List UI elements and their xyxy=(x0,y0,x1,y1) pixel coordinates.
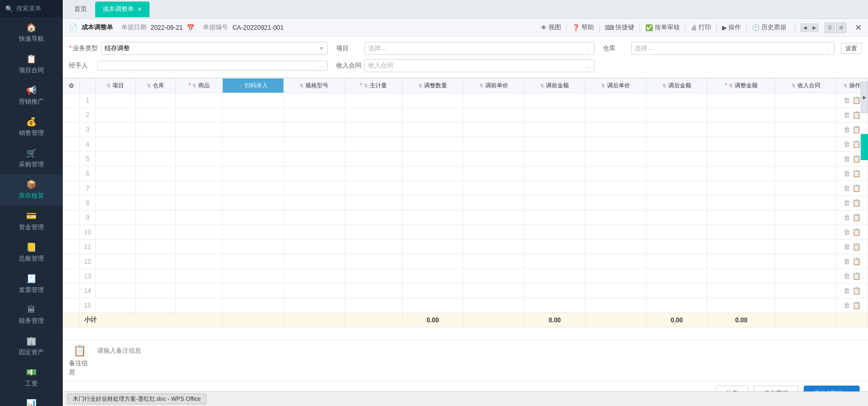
cell-scan-11[interactable] xyxy=(223,240,284,254)
cell-scan-8[interactable] xyxy=(223,196,284,210)
delete-icon-2[interactable]: 🗑 xyxy=(843,111,850,119)
cell-prev-price-3[interactable] xyxy=(463,122,524,137)
delete-icon-15[interactable]: 🗑 xyxy=(843,301,850,309)
cell-goods-4[interactable] xyxy=(176,137,223,152)
cell-warehouse-8[interactable] xyxy=(135,196,176,210)
cell-scan-2[interactable] xyxy=(223,108,284,122)
cell-adj-qty-1[interactable] xyxy=(402,93,463,108)
cell-prev-amount-2[interactable] xyxy=(524,108,586,122)
cell-prev-price-13[interactable] xyxy=(463,269,524,284)
close-window-button[interactable]: ✕ xyxy=(855,22,862,32)
cell-project-8[interactable] xyxy=(96,196,136,210)
cell-warehouse-7[interactable] xyxy=(135,181,176,196)
cell-warehouse-13[interactable] xyxy=(135,269,176,284)
cell-adj-qty-8[interactable] xyxy=(402,196,463,210)
cell-adj-qty-2[interactable] xyxy=(402,108,463,122)
cell-project-5[interactable] xyxy=(96,152,136,166)
cell-goods-1[interactable] xyxy=(176,93,223,108)
cell-project-2[interactable] xyxy=(96,108,136,122)
toolbar-btn-history[interactable]: 🕘历史票据 xyxy=(749,22,790,33)
cell-unit-14[interactable] xyxy=(345,284,402,298)
cell-income-contract-4[interactable] xyxy=(775,137,837,152)
cell-adj-amount-4[interactable] xyxy=(707,137,775,152)
cell-prev-price-15[interactable] xyxy=(463,298,524,313)
cell-prev-amount-8[interactable] xyxy=(524,196,586,210)
delete-icon-8[interactable]: 🗑 xyxy=(843,199,850,207)
cell-after-amount-5[interactable] xyxy=(646,152,707,166)
cell-after-price-11[interactable] xyxy=(585,240,646,254)
toolbar-btn-print[interactable]: 🖨打印 xyxy=(688,22,714,33)
cell-income-contract-7[interactable] xyxy=(775,181,837,196)
cell-adj-amount-12[interactable] xyxy=(707,254,775,269)
sidebar-item-tax-mgmt[interactable]: 🏛税务管理 xyxy=(0,300,63,331)
sidebar-item-sales-promo[interactable]: 📢营销推广 xyxy=(0,80,63,111)
cell-spec-6[interactable] xyxy=(283,166,345,181)
cell-scan-7[interactable] xyxy=(223,181,284,196)
cell-warehouse-1[interactable] xyxy=(135,93,176,108)
cell-prev-amount-13[interactable] xyxy=(524,269,586,284)
cell-adj-amount-7[interactable] xyxy=(707,181,775,196)
cell-goods-12[interactable] xyxy=(176,254,223,269)
cell-goods-14[interactable] xyxy=(176,284,223,298)
cell-income-contract-15[interactable] xyxy=(775,298,837,313)
cell-adj-qty-5[interactable] xyxy=(402,152,463,166)
cell-after-price-12[interactable] xyxy=(585,254,646,269)
cell-after-price-5[interactable] xyxy=(585,152,646,166)
sort-icon-prev-amount[interactable]: ⇅ xyxy=(540,83,544,88)
biz-type-select[interactable]: 结存调整 ▼ xyxy=(101,42,328,55)
sort-icon-adj-qty[interactable]: ⇅ xyxy=(418,83,422,88)
sidebar-item-invoice-mgmt[interactable]: 🧾发票管理 xyxy=(0,268,63,300)
cell-prev-amount-1[interactable] xyxy=(524,93,586,108)
cell-income-contract-12[interactable] xyxy=(775,254,837,269)
cell-prev-amount-14[interactable] xyxy=(524,284,586,298)
cell-prev-price-5[interactable] xyxy=(463,152,524,166)
cell-income-contract-6[interactable] xyxy=(775,166,837,181)
delete-icon-12[interactable]: 🗑 xyxy=(843,257,850,265)
cell-after-amount-6[interactable] xyxy=(646,166,707,181)
cell-spec-3[interactable] xyxy=(283,122,345,137)
toolbar-btn-actions[interactable]: ▶操作 xyxy=(719,22,744,33)
delete-icon-1[interactable]: 🗑 xyxy=(843,96,850,104)
cell-unit-1[interactable] xyxy=(345,93,402,108)
warehouse-input[interactable]: 选择... ... xyxy=(631,42,835,55)
cell-prev-price-6[interactable] xyxy=(463,166,524,181)
copy-icon-13[interactable]: 📋 xyxy=(852,272,861,280)
delete-icon-7[interactable]: 🗑 xyxy=(843,184,850,192)
cell-adj-qty-4[interactable] xyxy=(402,137,463,152)
delete-icon-4[interactable]: 🗑 xyxy=(843,140,850,148)
copy-icon-14[interactable]: 📋 xyxy=(852,287,861,295)
cell-unit-11[interactable] xyxy=(345,240,402,254)
delete-icon-5[interactable]: 🗑 xyxy=(843,155,850,163)
sidebar-item-capital-mgmt[interactable]: 💳资金管理 xyxy=(0,206,63,237)
cell-prev-amount-5[interactable] xyxy=(524,152,586,166)
nav-prev[interactable]: ◀ xyxy=(801,24,809,32)
cell-spec-2[interactable] xyxy=(283,108,345,122)
sidebar-item-ops-mgmt[interactable]: 📊经营管理 xyxy=(0,393,63,406)
sort-icon-unit[interactable]: ⇅ xyxy=(364,83,368,88)
delete-icon-10[interactable]: 🗑 xyxy=(843,228,850,236)
cell-after-price-2[interactable] xyxy=(585,108,646,122)
cell-project-4[interactable] xyxy=(96,137,136,152)
cell-prev-price-8[interactable] xyxy=(463,196,524,210)
sidebar-item-ledger-mgmt[interactable]: 📒总账管理 xyxy=(0,237,63,268)
cell-after-price-3[interactable] xyxy=(585,122,646,137)
cell-spec-4[interactable] xyxy=(283,137,345,152)
cell-spec-14[interactable] xyxy=(283,284,345,298)
cell-goods-6[interactable] xyxy=(176,166,223,181)
cell-after-price-15[interactable] xyxy=(585,298,646,313)
cell-income-contract-9[interactable] xyxy=(775,210,837,225)
cell-adj-amount-15[interactable] xyxy=(707,298,775,313)
sidebar-item-sales-mgmt[interactable]: 💰销售管理 xyxy=(0,111,63,143)
copy-icon-9[interactable]: 📋 xyxy=(852,213,861,221)
cell-unit-6[interactable] xyxy=(345,166,402,181)
cell-adj-amount-5[interactable] xyxy=(707,152,775,166)
cell-adj-amount-2[interactable] xyxy=(707,108,775,122)
cell-warehouse-2[interactable] xyxy=(135,108,176,122)
cell-income-contract-14[interactable] xyxy=(775,284,837,298)
cell-project-11[interactable] xyxy=(96,240,136,254)
cell-scan-4[interactable] xyxy=(223,137,284,152)
cell-project-14[interactable] xyxy=(96,284,136,298)
cell-warehouse-14[interactable] xyxy=(135,284,176,298)
cell-prev-price-7[interactable] xyxy=(463,181,524,196)
cell-adj-amount-6[interactable] xyxy=(707,166,775,181)
